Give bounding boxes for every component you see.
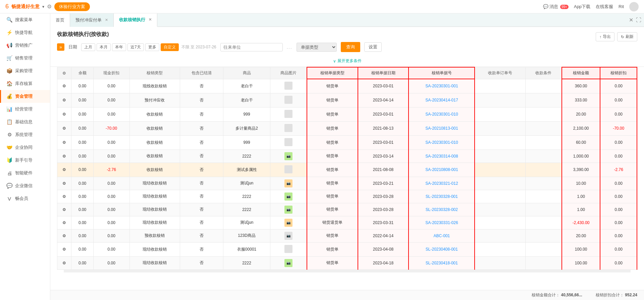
bill-no-link[interactable]: SA-20230301-010 xyxy=(425,112,458,117)
brand-dropdown[interactable]: ▾ xyxy=(42,4,44,9)
cell-goods: 999 xyxy=(223,107,270,121)
tab-bar: 首页预付冲应付单✕收款核销执行✕ ✕ ⛶ xyxy=(50,13,644,27)
sidebar-icon-operation: 📊 xyxy=(6,106,12,112)
sidebar-item-system[interactable]: ⚙系统管理 xyxy=(0,128,50,141)
bill-no-link[interactable]: SL-20230328-002 xyxy=(426,207,458,212)
sidebar-item-marketing[interactable]: 📢营销推广 xyxy=(0,39,50,52)
cell-settings: ⚙ xyxy=(57,242,71,256)
cell-collection_condition xyxy=(525,149,562,163)
sidebar-item-finance[interactable]: 💰资金管理 xyxy=(0,90,50,103)
sidebar-item-wechat[interactable]: 💬企业微信 xyxy=(0,179,50,192)
sidebar-item-basic[interactable]: 📋基础信息 xyxy=(0,116,50,128)
bill-no-link[interactable]: SA-20230331-026 xyxy=(425,220,458,225)
unit-input[interactable] xyxy=(220,43,283,51)
sidebar-icon-system: ⚙ xyxy=(6,132,12,138)
more-btn[interactable]: 更多 xyxy=(145,43,159,51)
sidebar-item-collab[interactable]: 🤝企业协同 xyxy=(0,141,50,154)
settings-btn[interactable]: 设置 xyxy=(364,42,382,52)
cell-include_settled: 否 xyxy=(180,177,223,190)
type-select[interactable]: 单据类型 xyxy=(297,43,337,52)
bill-no-link[interactable]: SA-20230301-001 xyxy=(425,84,458,88)
last-month-btn[interactable]: 上月 xyxy=(81,43,95,51)
bill-no-link[interactable]: SA-20210808-001 xyxy=(425,167,458,172)
cell-goods_img xyxy=(270,121,307,135)
goods-thumbnail: 📷 xyxy=(284,206,292,214)
industry-btn[interactable]: 休验行业方案 xyxy=(54,2,90,11)
sidebar-item-purchase[interactable]: 📦采购管理 xyxy=(0,65,50,77)
page-header: 收款核销执行(按收款) ↑ 导出 ↻ 刷新 » 日期 上月 本 xyxy=(50,27,644,67)
settings-gear-icon[interactable]: ⚙ xyxy=(47,3,52,10)
refresh-btn[interactable]: ↻ 刷新 xyxy=(617,32,637,41)
sidebar-label-marketing: 营销推广 xyxy=(15,42,33,48)
this-year-btn[interactable]: 本年 xyxy=(112,43,126,51)
cell-include_settled: 否 xyxy=(180,163,223,177)
bill-no-link[interactable]: SA-20210813-001 xyxy=(425,126,458,131)
cell-writeoff_bill_no: SA-20210808-001 xyxy=(409,163,475,177)
table-row: ⚙0.000.00现结收款核销否2222📷销货单2023-04-18SL-202… xyxy=(57,256,637,269)
sidebar-item-search[interactable]: 🔍搜索菜单 xyxy=(0,13,50,26)
cell-writeoff_bill_type: 销货单 xyxy=(307,135,358,149)
cell-writeoff_bill_type: 销货单 xyxy=(307,203,358,216)
tab-prepay[interactable]: 预付冲应付单✕ xyxy=(70,13,114,27)
tab-close-prepay[interactable]: ✕ xyxy=(105,18,108,22)
horizontal-scrollbar[interactable] xyxy=(64,270,631,272)
tab-label-prepay: 预付冲应付单 xyxy=(75,17,102,23)
col-header-writeoff_discount: 核销折扣 xyxy=(600,67,637,79)
cell-settings: ⚙ xyxy=(57,229,71,242)
tab-close-collection[interactable]: ✕ xyxy=(149,17,152,22)
last7-btn[interactable]: 近7天 xyxy=(127,43,144,51)
sidebar-item-sales[interactable]: 🛒销售管理 xyxy=(0,52,50,65)
sidebar-item-hardware[interactable]: 🖨智能硬件 xyxy=(0,167,50,179)
cell-writeoff_bill_date: 2023-03-28 xyxy=(358,190,409,203)
cell-write_off_type: 收款核销 xyxy=(129,149,180,163)
app-download[interactable]: App下载 xyxy=(574,4,590,10)
cell-writeoff_discount: 0.00 xyxy=(600,216,637,229)
user-label[interactable]: Rit xyxy=(619,4,624,9)
sidebar-icon-purchase: 📦 xyxy=(6,68,12,74)
sidebar: 🔍搜索菜单⚡快捷导航📢营销推广🛒销售管理📦采购管理🏠库存核算💰资金管理📊经营管理… xyxy=(0,13,50,300)
close-window-icon[interactable]: ✕ xyxy=(629,17,633,23)
sidebar-item-vip[interactable]: V畅会员 xyxy=(0,192,50,205)
bill-no-link[interactable]: SL-20230328-001 xyxy=(426,194,458,199)
cell-collection_condition xyxy=(525,203,562,216)
this-month-btn[interactable]: 本月 xyxy=(97,43,111,51)
messages-icon[interactable]: 💬 消息 99+ xyxy=(543,4,569,10)
sidebar-item-operation[interactable]: 📊经营管理 xyxy=(0,103,50,116)
bill-no-link[interactable]: SL-20230408-001 xyxy=(426,247,458,252)
cell-writeoff_amount: 360.00 xyxy=(562,79,600,93)
goods-thumbnail xyxy=(284,82,292,90)
tab-home[interactable]: 首页 xyxy=(50,13,70,27)
cell-settings: ⚙ xyxy=(57,79,71,93)
app-logo-icon: 6 xyxy=(5,3,9,10)
col-header-include_settled: 包含已结清 xyxy=(180,67,223,79)
sidebar-item-quicknav[interactable]: ⚡快捷导航 xyxy=(0,26,50,39)
sidebar-icon-basic: 📋 xyxy=(6,119,12,125)
sidebar-item-inventory[interactable]: 🏠库存核算 xyxy=(0,77,50,90)
bill-no-link[interactable]: ABC-001 xyxy=(434,233,450,238)
expand-more-btn[interactable]: ∨ 展开更多条件 xyxy=(333,57,362,65)
online-service[interactable]: 在线客服 xyxy=(596,4,613,10)
cell-writeoff_discount: -70.00 xyxy=(600,121,637,135)
bill-no-link[interactable]: SA-20230414-017 xyxy=(425,98,458,102)
sidebar-item-guide[interactable]: 🔰新手引导 xyxy=(0,154,50,167)
cell-balance: 0.00 xyxy=(71,93,93,107)
query-btn[interactable]: 查询 xyxy=(341,42,360,52)
cell-cash_discount: 0.00 xyxy=(93,177,129,190)
col-header-cash_discount: 现金折扣 xyxy=(93,67,129,79)
maximize-icon[interactable]: ⛶ xyxy=(636,17,641,23)
cell-writeoff_bill_type: 销货单 xyxy=(307,177,358,190)
toolbar-expand-icon[interactable]: » xyxy=(57,43,64,51)
custom-btn[interactable]: 自定义 xyxy=(161,43,179,51)
sidebar-icon-hardware: 🖨 xyxy=(6,170,12,176)
avatar[interactable] xyxy=(629,2,639,11)
bill-no-link[interactable]: SA-20230301-010 xyxy=(425,140,458,145)
col-header-collection_condition: 收款条件 xyxy=(525,67,562,79)
cell-writeoff_discount: 0.00 xyxy=(600,177,637,190)
cell-balance: 0.00 xyxy=(71,242,93,256)
export-btn[interactable]: ↑ 导出 xyxy=(596,32,614,41)
bill-no-link[interactable]: SL-20230418-001 xyxy=(426,261,458,265)
bill-no-link[interactable]: SA-20230314-008 xyxy=(425,154,458,159)
bill-no-link[interactable]: SA-20230321-012 xyxy=(425,181,458,186)
cell-writeoff_amount: 10.00 xyxy=(562,177,600,190)
tab-collection[interactable]: 收款核销执行✕ xyxy=(114,13,157,27)
